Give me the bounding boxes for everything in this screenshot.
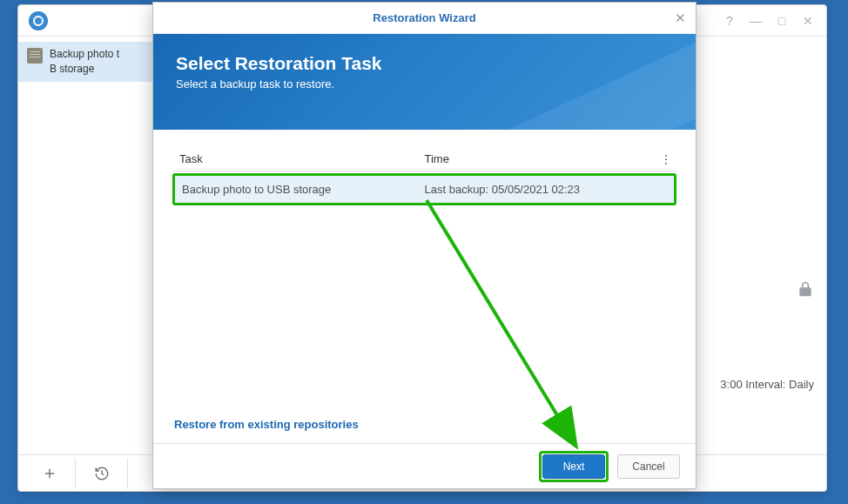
dialog-header: Select Restoration Task Select a backup …: [153, 34, 696, 130]
window-controls: ? — □ ✕: [723, 15, 819, 27]
app-icon: [29, 11, 48, 30]
lock-icon[interactable]: [797, 280, 814, 302]
close-icon[interactable]: ✕: [802, 15, 814, 27]
cell-task: Backup photo to USB storage: [182, 183, 425, 196]
restore-history-button[interactable]: [76, 458, 128, 489]
restore-from-repositories-link[interactable]: Restore from existing repositories: [174, 418, 359, 431]
dialog-content: Task Time ⋮ Backup photo to USB storage …: [153, 130, 696, 443]
cell-time: Last backup: 05/05/2021 02:23: [425, 183, 668, 196]
dialog-title: Restoration Wizard: [373, 11, 475, 24]
table-options-icon[interactable]: ⋮: [660, 152, 671, 166]
table-header: Task Time ⋮: [172, 147, 676, 171]
dialog-subheading: Select a backup task to restore.: [176, 77, 673, 91]
dialog-footer: Next Cancel: [153, 443, 696, 488]
column-time[interactable]: Time: [425, 152, 670, 165]
maximize-icon[interactable]: □: [776, 15, 788, 27]
next-button[interactable]: Next: [542, 454, 605, 479]
add-button[interactable]: [24, 458, 76, 489]
sidebar-item-backup-task[interactable]: Backup photo t B storage: [18, 42, 152, 82]
storage-icon: [27, 48, 43, 64]
restoration-wizard-dialog: Restoration Wizard ✕ Select Restoration …: [152, 2, 697, 489]
schedule-text: 3:00 Interval: Daily: [720, 378, 814, 391]
sidebar-item-label: Backup photo t B storage: [50, 47, 144, 77]
column-task[interactable]: Task: [179, 152, 425, 165]
help-icon[interactable]: ?: [723, 15, 736, 27]
task-table: Task Time ⋮ Backup photo to USB storage …: [172, 147, 676, 205]
dialog-titlebar: Restoration Wizard ✕: [153, 3, 696, 34]
dialog-heading: Select Restoration Task: [176, 53, 673, 74]
sidebar: Backup photo t B storage: [18, 37, 153, 454]
cancel-button[interactable]: Cancel: [617, 454, 680, 479]
table-row[interactable]: Backup photo to USB storage Last backup:…: [172, 173, 676, 205]
minimize-icon[interactable]: —: [750, 15, 762, 27]
dialog-close-icon[interactable]: ✕: [673, 11, 687, 25]
next-button-highlight: Next: [539, 451, 609, 482]
